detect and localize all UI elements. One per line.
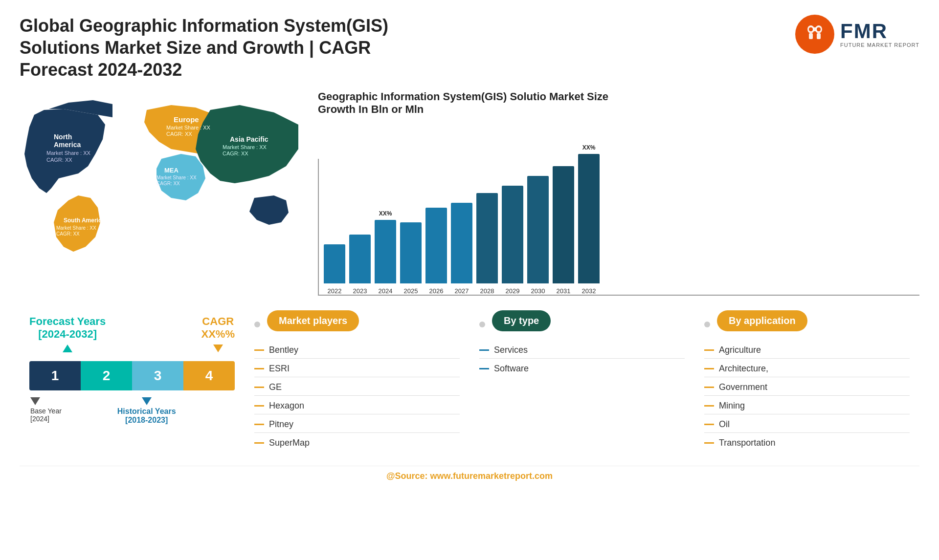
header: Global Geographic Information System(GIS… <box>20 15 919 81</box>
hist-years-block: Historical Years[2018-2023] <box>117 397 176 425</box>
source-text: @Source: www.futuremarketreport.com <box>386 471 553 481</box>
bottom-section: Forecast Years[2024-2032] CAGRXX%% 1 2 3… <box>20 310 919 456</box>
australia-region <box>249 195 289 225</box>
list-item: Architecture, <box>704 364 910 377</box>
svg-rect-6 <box>809 33 813 39</box>
bar-year-2030: 2030 <box>531 287 545 295</box>
list-item: Transportation <box>704 438 910 451</box>
by-application-list: AgricultureArchitecture,GovernmentMining… <box>704 345 910 451</box>
item-dash <box>479 368 489 369</box>
item-dash <box>254 387 264 388</box>
bar-2025 <box>400 222 422 283</box>
step-num-1: 1 <box>51 368 59 384</box>
timeline-box: Forecast Years[2024-2032] CAGRXX%% 1 2 3… <box>20 310 245 456</box>
bar-group-2026: 2026 <box>425 198 447 295</box>
cagr-arrow-down <box>213 345 223 352</box>
bar-2029 <box>502 186 523 283</box>
item-dash <box>254 442 264 444</box>
bar-year-2022: 2022 <box>328 287 342 295</box>
hist-years-label: Historical Years[2018-2023] <box>117 407 176 425</box>
bar-year-2026: 2026 <box>429 287 444 295</box>
logo-area: FMR FUTURE MARKET REPORT <box>795 15 919 54</box>
market-players-header: Market players <box>267 310 359 331</box>
mea-label: MEA <box>164 167 179 174</box>
by-application-col: By application AgricultureArchitecture,G… <box>694 310 919 456</box>
bar-2030 <box>527 176 549 283</box>
mea-cagr: CAGR: XX <box>156 181 180 186</box>
map-section: North America Market Share : XX CAGR: XX… <box>20 90 303 296</box>
bar-2023 <box>349 235 371 283</box>
item-dash <box>479 349 489 351</box>
bar-year-2025: 2025 <box>404 287 418 295</box>
by-application-dot <box>704 322 710 327</box>
bar-2031 <box>553 166 574 283</box>
bar-year-2032: 2032 <box>582 287 596 295</box>
chart-title: Geographic Information System(GIS) Solut… <box>318 90 611 116</box>
north-america-label: North <box>54 133 72 141</box>
list-item: ESRI <box>254 364 460 377</box>
logo-fmr: FMR <box>840 21 919 42</box>
list-item: Government <box>704 382 910 396</box>
item-dash <box>254 368 264 369</box>
main-content: North America Market Share : XX CAGR: XX… <box>20 90 919 296</box>
sa-cagr: CAGR: XX <box>56 231 80 237</box>
market-players-col: Market players BentleyESRIGEHexagonPitne… <box>245 310 470 456</box>
list-item: GE <box>254 382 460 396</box>
item-dash <box>254 405 264 407</box>
list-item: Software <box>479 364 685 377</box>
na-cagr: CAGR: XX <box>46 157 72 163</box>
bar-year-2029: 2029 <box>506 287 520 295</box>
base-year-block: Base Year[2024] <box>30 397 62 425</box>
timeline-strip: 1 2 3 4 <box>29 361 235 390</box>
item-dash <box>704 349 714 351</box>
list-item: Bentley <box>254 345 460 359</box>
item-dash <box>254 424 264 425</box>
by-application-header: By application <box>717 310 807 331</box>
item-dash <box>704 387 714 388</box>
by-type-list: ServicesSoftware <box>479 345 685 377</box>
base-year-arrow <box>30 397 40 405</box>
timeline-step-3: 3 <box>132 361 183 390</box>
logo-text: FMR FUTURE MARKET REPORT <box>840 21 919 48</box>
base-year-label: Base Year[2024] <box>30 407 62 423</box>
list-item: Hexagon <box>254 401 460 414</box>
bar-group-2027: 2027 <box>451 193 472 295</box>
step-num-2: 2 <box>103 368 111 384</box>
bar-2022 <box>324 244 345 283</box>
bar-group-2028: 2028 <box>476 183 498 295</box>
europe-label: Europe <box>174 115 199 124</box>
page-title: Global Geographic Information System(GIS… <box>20 15 440 81</box>
svg-point-5 <box>817 27 821 31</box>
bar-group-2023: 2023 <box>349 225 371 295</box>
fcagr-row: Forecast Years[2024-2032] CAGRXX%% <box>29 315 235 352</box>
south-america-label: South America <box>64 217 105 224</box>
ap-cagr: CAGR: XX <box>223 151 248 156</box>
bar-year-2023: 2023 <box>353 287 367 295</box>
bar-year-2028: 2028 <box>480 287 494 295</box>
market-players-list: BentleyESRIGEHexagonPitneySuperMap <box>254 345 460 451</box>
list-item: Mining <box>704 401 910 414</box>
by-type-header: By type <box>492 310 551 331</box>
item-dash <box>704 424 714 425</box>
bar-2032 <box>578 154 600 283</box>
list-item: Agriculture <box>704 345 910 359</box>
bar-group-2025: 2025 <box>400 213 422 295</box>
item-dash <box>704 442 714 444</box>
cagr-block: CAGRXX%% <box>201 315 235 352</box>
asia-pacific-label: Asia Pacific <box>230 135 268 143</box>
world-map: North America Market Share : XX CAGR: XX… <box>20 90 303 281</box>
na-market-share: Market Share : XX <box>46 150 91 156</box>
bar-group-2031: 2031 <box>553 156 574 295</box>
hist-arrow <box>142 397 152 405</box>
item-dash <box>254 349 264 351</box>
svg-rect-3 <box>812 27 817 31</box>
market-players-dot <box>254 322 260 327</box>
forecast-block: Forecast Years[2024-2032] <box>29 315 106 352</box>
step-num-3: 3 <box>154 368 162 384</box>
logo-sub: FUTURE MARKET REPORT <box>840 43 919 48</box>
ap-market-share: Market Share : XX <box>223 144 267 150</box>
svg-rect-7 <box>817 33 821 39</box>
chart-section: Geographic Information System(GIS) Solut… <box>318 90 919 296</box>
forecast-arrow-up <box>63 345 72 352</box>
bar-chart-container: 20222023XX%20242025202620272028202920302… <box>318 121 919 296</box>
